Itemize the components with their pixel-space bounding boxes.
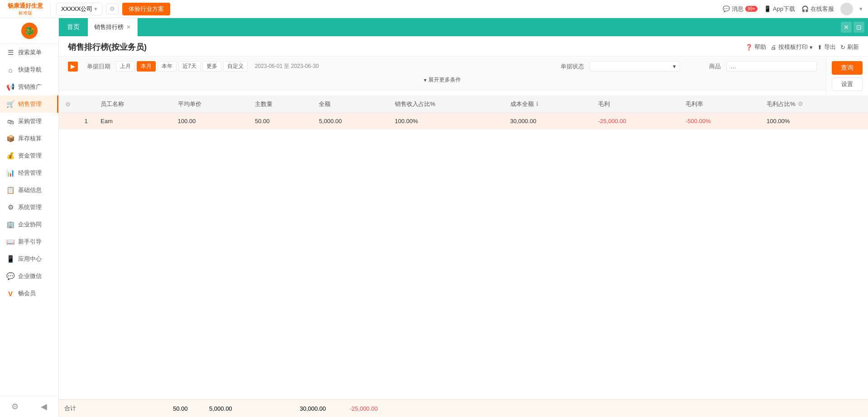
status-select[interactable]: ▾ <box>590 61 680 72</box>
filter-main: ▶ 单据日期 上月 本月 本年 近7天 更多 自定义 <box>59 57 826 91</box>
inventory-icon: 📦 <box>6 134 14 143</box>
date-range-display: 2023-06-01 至 2023-06-30 <box>255 62 319 70</box>
gross-ratio-info-icon[interactable]: ⚙ <box>798 101 803 107</box>
print-button[interactable]: 🖨 按模板打印 ▾ <box>771 43 813 51</box>
action-panel: 查询 设置 <box>826 57 868 96</box>
tab-sales-ranking[interactable]: 销售排行榜 ✕ <box>88 18 138 36</box>
finance-icon: 💰 <box>6 152 14 160</box>
print-label: 按模板打印 <box>778 43 808 51</box>
footer-gross: -25,000.00 <box>350 405 399 412</box>
export-icon: ⬆ <box>817 44 822 51</box>
main-area: 🐉 ☰ 搜索菜单 ⌂ 快捷导航 📢 营销推广 🛒 销售管理 🛍 采购管理 <box>0 18 868 417</box>
member-icon: V <box>6 290 14 297</box>
sidebar-item-operations[interactable]: 📊 经营管理 <box>0 164 58 182</box>
message-icon: 💬 <box>723 5 730 12</box>
sidebar-item-sales[interactable]: 🛒 销售管理 <box>0 96 58 113</box>
footer-label: 合计 <box>64 404 101 412</box>
top-bar-right: 💬 消息 99+ 📱 App下载 🎧 在线客服 ▾ <box>723 3 863 15</box>
date-label: 单据日期 <box>87 62 110 71</box>
tab-close-icon[interactable]: ✕ <box>126 24 131 30</box>
sidebar-item-label: 营销推广 <box>18 83 42 91</box>
sidebar-item-guide[interactable]: 📖 新手引导 <box>0 233 58 250</box>
online-support-label: 在线客服 <box>810 5 834 13</box>
refresh-button[interactable]: ↻ 刷新 <box>840 43 859 51</box>
sidebar-logo-icon: 🐉 <box>21 23 38 39</box>
home-icon: ⌂ <box>6 66 14 74</box>
export-button[interactable]: ⬆ 导出 <box>817 43 836 51</box>
sidebar-item-system[interactable]: ⚙ 系统管理 <box>0 199 58 216</box>
expand-more-icon: ▾ <box>424 77 427 83</box>
message-badge: 99+ <box>745 6 758 12</box>
message-button[interactable]: 💬 消息 99+ <box>723 5 758 13</box>
sidebar-collapse-icon[interactable]: ◀ <box>37 400 51 413</box>
date-options: 上月 本月 本年 近7天 更多 自定义 <box>116 61 248 72</box>
filter-area: ▶ 单据日期 上月 本月 本年 近7天 更多 自定义 <box>59 57 826 91</box>
sidebar-item-label: 库存核算 <box>18 134 42 143</box>
app-download-button[interactable]: 📱 App下载 <box>764 5 795 13</box>
avatar[interactable] <box>840 3 853 15</box>
sidebar-item-marketing[interactable]: 📢 营销推广 <box>0 78 58 96</box>
tab-close-button[interactable]: ✕ <box>841 22 852 33</box>
th-gear[interactable]: ⚙ <box>59 96 77 113</box>
date-opt-custom[interactable]: 自定义 <box>223 61 248 72</box>
settings-button[interactable]: 设置 <box>832 77 863 91</box>
row-gross: -25,000.00 <box>593 113 680 129</box>
company-selector[interactable]: XXXXX公司 ▾ <box>56 3 102 15</box>
tab-home[interactable]: 首页 <box>59 18 88 36</box>
company-settings-icon[interactable]: ⚙ <box>106 3 119 14</box>
sidebar-item-member[interactable]: V 畅会员 <box>0 285 58 302</box>
wechat-icon: 💬 <box>6 272 14 280</box>
gear-icon[interactable]: ⚙ <box>65 101 71 108</box>
app-center-icon: 📱 <box>6 255 14 263</box>
date-opt-this-year[interactable]: 本年 <box>158 61 177 72</box>
export-label: 导出 <box>824 43 836 51</box>
message-label: 消息 <box>732 5 743 13</box>
date-opt-7days[interactable]: 近7天 <box>178 61 201 72</box>
th-cost-amount: 成本全额 ℹ <box>505 96 593 113</box>
sales-icon: 🛒 <box>6 100 14 108</box>
online-support-button[interactable]: 🎧 在线客服 <box>801 5 834 13</box>
sidebar-item-enterprise-wechat[interactable]: 💬 企业微信 <box>0 268 58 285</box>
app-download-icon: 📱 <box>764 5 771 12</box>
expand-more-button[interactable]: ▾ 展开更多条件 <box>68 74 817 86</box>
help-button[interactable]: ❓ 帮助 <box>745 43 766 51</box>
date-opt-this-month[interactable]: 本月 <box>137 61 156 72</box>
tab-label: 销售排行榜 <box>94 23 124 31</box>
sidebar-logo: 🐉 <box>0 18 58 44</box>
row-icon-cell <box>59 113 77 129</box>
row-avg-price: 100.00 <box>173 113 250 129</box>
top-bar-left: 畅康通好生意 标准版 XXXXX公司 ▾ ⚙ 体验行业方案 <box>5 2 723 16</box>
footer-cost-amount: 30,000.00 <box>300 405 350 412</box>
row-gross-ratio: 100.00% <box>761 113 868 129</box>
query-button[interactable]: 查询 <box>832 61 863 75</box>
sidebar-item-purchase[interactable]: 🛍 采购管理 <box>0 113 58 130</box>
sidebar-item-label: 应用中心 <box>18 255 42 263</box>
row-gross-rate: -500.00% <box>680 113 761 129</box>
date-opt-more[interactable]: 更多 <box>202 61 221 72</box>
sidebar-item-quick-nav[interactable]: ⌂ 快捷导航 <box>0 61 58 78</box>
tab-expand-button[interactable]: ⊡ <box>854 22 864 33</box>
sidebar-item-search-order[interactable]: ☰ 搜索菜单 <box>0 44 58 61</box>
th-main-qty: 主数量 <box>249 96 313 113</box>
refresh-icon: ↻ <box>840 44 845 51</box>
operations-icon: 📊 <box>6 169 14 177</box>
sidebar-item-label: 基础信息 <box>18 186 42 194</box>
goods-input[interactable]: … <box>726 61 817 72</box>
date-opt-last-month[interactable]: 上月 <box>116 61 135 72</box>
sidebar-item-inventory[interactable]: 📦 库存核算 <box>0 130 58 147</box>
experience-button[interactable]: 体验行业方案 <box>122 3 170 15</box>
sidebar-item-finance[interactable]: 💰 资金管理 <box>0 147 58 164</box>
page-header-actions: ❓ 帮助 🖨 按模板打印 ▾ ⬆ 导出 ↻ <box>745 43 859 51</box>
goods-label: 商品 <box>709 62 721 71</box>
cost-info-icon[interactable]: ℹ <box>536 101 538 107</box>
sidebar-settings-icon[interactable]: ⚙ <box>8 400 22 413</box>
sidebar-item-basic-info[interactable]: 📋 基础信息 <box>0 182 58 199</box>
sidebar-item-app-center[interactable]: 📱 应用中心 <box>0 250 58 268</box>
sidebar-item-enterprise[interactable]: 🏢 企业协同 <box>0 216 58 233</box>
tab-bar: 首页 销售排行榜 ✕ ✕ ⊡ <box>59 18 868 36</box>
sidebar-item-label: 新手引导 <box>18 238 42 246</box>
filter-toggle-button[interactable]: ▶ <box>68 62 78 72</box>
row-amount: 5,000.00 <box>313 113 389 129</box>
basic-info-icon: 📋 <box>6 186 14 194</box>
guide-icon: 📖 <box>6 238 14 246</box>
